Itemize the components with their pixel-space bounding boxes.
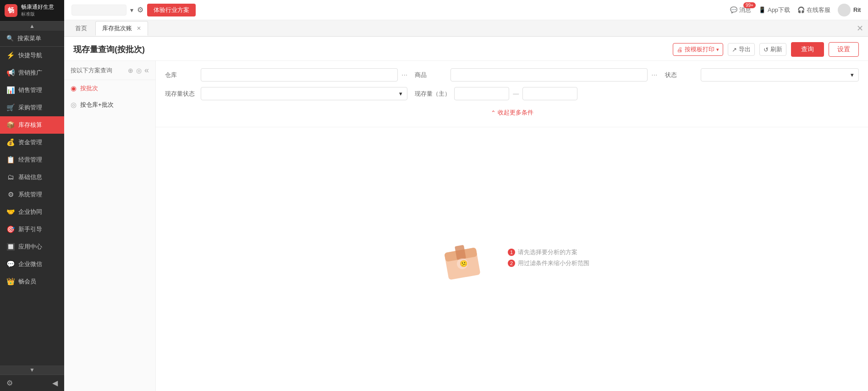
topbar-search-input[interactable] <box>71 5 126 16</box>
topbar-dropdown-icon[interactable]: ▾ <box>130 6 133 14</box>
sidebar-menu: ⚡ 快捷导航 📢 营销推广 📊 销售管理 🛒 采购管理 📦 库存核算 💰 资金管… <box>0 47 64 365</box>
member-icon: 👑 <box>6 277 15 286</box>
topbar-app-download[interactable]: 📱 App下载 <box>758 6 790 14</box>
hint-num-2: 2 <box>508 260 515 267</box>
filter-product: 商品 ··· <box>415 68 657 81</box>
hint-num-1: 1 <box>508 249 515 256</box>
warehouse-dots[interactable]: ··· <box>401 71 407 79</box>
topbar-user[interactable]: Rit <box>838 4 861 16</box>
stock-qty-label: 现存量（主） <box>415 90 450 98</box>
basic-icon: 🗂 <box>6 173 15 181</box>
stock-qty-from-input[interactable] <box>454 87 509 100</box>
tab-batch-close[interactable]: ✕ <box>137 25 141 32</box>
refresh-icon: ↺ <box>764 46 769 53</box>
topbar-gear-icon[interactable]: ⚙ <box>137 5 143 14</box>
product-dots[interactable]: ··· <box>651 71 657 79</box>
filter-warehouse: 仓库 ··· <box>165 68 407 81</box>
schema-warehouse-batch-label: 按仓库+批次 <box>80 101 114 109</box>
sidebar-item-wechat[interactable]: 💬 企业微信 <box>0 255 64 273</box>
settings-button[interactable]: 设置 <box>829 42 859 57</box>
sidebar: 畅 畅康通好生意 标准版 ▲ 🔍 搜索菜单 ⚡ 快捷导航 📢 营销推广 📊 销售… <box>0 0 64 391</box>
sidebar-item-label: 畅会员 <box>18 277 36 286</box>
sidebar-item-basic[interactable]: 🗂 基础信息 <box>0 168 64 186</box>
sidebar-item-finance[interactable]: 💰 资金管理 <box>0 134 64 151</box>
collapse-more-btn[interactable]: ⌃ 收起更多条件 <box>165 106 859 119</box>
status-filter-label: 状态 <box>665 71 697 79</box>
sidebar-item-label: 库存核算 <box>18 121 42 129</box>
trial-button[interactable]: 体验行业方案 <box>147 4 196 16</box>
print-button[interactable]: 🖨 按模板打印 ▾ <box>673 43 723 56</box>
warehouse-input[interactable] <box>201 68 398 81</box>
export-icon: ↗ <box>732 46 737 53</box>
filter-row-1: 仓库 ··· 商品 ··· 状态 <box>165 68 859 81</box>
tab-close-btn[interactable]: ✕ <box>857 23 863 33</box>
settings-icon[interactable]: ⚙ <box>6 379 13 387</box>
sidebar-bottom: ⚙ ◀ <box>0 375 64 391</box>
topbar-service[interactable]: 🎧 在线客服 <box>797 6 830 14</box>
hint-text-2: 用过滤条件来缩小分析范围 <box>518 259 589 267</box>
hint-item-2: 2 用过滤条件来缩小分析范围 <box>508 259 589 267</box>
tab-home[interactable]: 首页 <box>69 22 93 35</box>
operation-icon: 📋 <box>6 156 15 164</box>
sidebar-item-label: 经营管理 <box>18 156 42 164</box>
print-dropdown-icon[interactable]: ▾ <box>716 47 719 53</box>
app-label: App下载 <box>768 6 790 14</box>
sidebar-item-collab[interactable]: 🤝 企业协同 <box>0 203 64 221</box>
collapse-sidebar-icon[interactable]: ◀ <box>52 379 58 387</box>
collapse-panel-icon[interactable]: « <box>144 65 149 75</box>
sidebar-item-label: 销售管理 <box>18 86 42 94</box>
schema-item-batch[interactable]: ◉ 按批次 <box>64 80 155 97</box>
sidebar-item-system[interactable]: ⚙ 系统管理 <box>0 186 64 203</box>
sidebar-item-purchase[interactable]: 🛒 采购管理 <box>0 99 64 116</box>
purchase-icon: 🛒 <box>6 103 15 112</box>
sidebar-item-label: 系统管理 <box>18 190 42 199</box>
topbar-left: ▾ ⚙ 体验行业方案 <box>71 4 196 16</box>
export-button[interactable]: ↗ 导出 <box>728 43 755 56</box>
sidebar-item-inventory[interactable]: 📦 库存核算 <box>0 116 64 134</box>
schema-settings-icon[interactable]: ◎ <box>136 67 142 74</box>
marketing-icon: 📢 <box>6 69 15 77</box>
export-label: 导出 <box>739 45 751 54</box>
print-icon: 🖨 <box>677 46 683 53</box>
query-button[interactable]: 查询 <box>791 42 824 57</box>
sidebar-item-guide[interactable]: 🎯 新手引导 <box>0 221 64 238</box>
refresh-button[interactable]: ↺ 刷新 <box>759 43 786 56</box>
stock-status-select[interactable]: ▾ <box>201 87 407 100</box>
tab-batch[interactable]: 库存批次账 ✕ <box>95 21 148 36</box>
product-filter-label: 商品 <box>415 71 447 79</box>
page-header: 现存量查询(按批次) 🖨 按模板打印 ▾ ↗ 导出 ↺ 刷新 查询 设置 <box>64 37 868 61</box>
filter-status: 状态 ▾ <box>665 68 859 81</box>
add-schema-icon[interactable]: ⊕ <box>128 67 133 74</box>
sidebar-header: 畅 畅康通好生意 标准版 <box>0 0 64 22</box>
sidebar-item-member[interactable]: 👑 畅会员 <box>0 273 64 290</box>
sidebar-item-quick[interactable]: ⚡ 快捷导航 <box>0 47 64 64</box>
status-select[interactable]: ▾ <box>701 68 859 81</box>
sidebar-item-sales[interactable]: 📊 销售管理 <box>0 81 64 99</box>
tab-home-label: 首页 <box>75 25 87 32</box>
schema-item-warehouse-batch[interactable]: ◎ 按仓库+批次 <box>64 97 155 113</box>
main-area: ▾ ⚙ 体验行业方案 💬 消息 99+ 📱 App下载 🎧 在线客服 Rit <box>64 0 868 391</box>
sidebar-scroll-up[interactable]: ▲ <box>0 22 64 31</box>
topbar: ▾ ⚙ 体验行业方案 💬 消息 99+ 📱 App下载 🎧 在线客服 Rit <box>64 0 868 20</box>
sidebar-item-marketing[interactable]: 📢 营销推广 <box>0 64 64 81</box>
product-input[interactable] <box>450 68 648 81</box>
sidebar-item-apps[interactable]: 🔲 应用中心 <box>0 238 64 255</box>
app-edition: 标准版 <box>21 11 54 17</box>
sidebar-search[interactable]: 🔍 搜索菜单 <box>0 31 64 47</box>
topbar-message[interactable]: 💬 消息 99+ <box>730 6 751 14</box>
tab-batch-label: 库存批次账 <box>102 25 132 32</box>
status-select-arrow: ▾ <box>851 71 854 78</box>
sidebar-item-label: 采购管理 <box>18 103 42 112</box>
headset-icon: 🎧 <box>797 6 805 13</box>
sales-icon: 📊 <box>6 86 15 94</box>
sidebar-item-label: 营销推广 <box>18 69 42 77</box>
sidebar-search-label: 搜索菜单 <box>17 34 41 43</box>
sidebar-item-operation[interactable]: 📋 经营管理 <box>0 151 64 168</box>
filter-area: 仓库 ··· 商品 ··· 状态 <box>156 61 868 127</box>
schema-batch-label: 按批次 <box>80 84 98 92</box>
sidebar-scroll-down[interactable]: ▼ <box>0 365 64 375</box>
empty-hints: 1 请先选择要分析的方案 2 用过滤条件来缩小分析范围 <box>508 248 589 270</box>
stock-qty-to-input[interactable] <box>522 87 577 100</box>
user-name: Rit <box>853 6 861 13</box>
sidebar-item-label: 资金管理 <box>18 138 42 147</box>
